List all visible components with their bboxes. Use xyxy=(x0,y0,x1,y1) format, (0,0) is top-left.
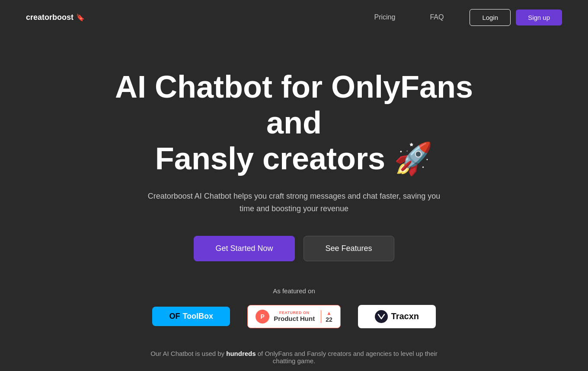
tracxn-icon xyxy=(375,310,388,323)
social-proof-highlight: hundreds xyxy=(226,350,256,357)
featured-label: As featured on xyxy=(273,287,315,295)
nav-right: Pricing FAQ Login Sign up xyxy=(374,9,562,26)
signup-button[interactable]: Sign up xyxy=(516,10,562,25)
product-hunt-count: ▲ 22 xyxy=(321,310,332,323)
product-hunt-logo: P FEATURED ON Product Hunt ▲ 22 xyxy=(247,305,341,328)
social-proof-text: Our AI Chatbot is used by hundreds of On… xyxy=(121,350,467,365)
of-toolbox-logo: OF ToolBox xyxy=(152,307,230,326)
logo-icon: 🔖 xyxy=(76,13,85,22)
nav-buttons: Login Sign up xyxy=(470,9,562,26)
get-started-button[interactable]: Get Started Now xyxy=(194,236,294,261)
tracxn-text: Tracxn xyxy=(391,311,419,321)
logo-text: creatorboost xyxy=(26,13,74,22)
product-hunt-number: 22 xyxy=(326,316,332,323)
see-features-button[interactable]: See Features xyxy=(304,236,394,261)
featured-logos: OF ToolBox P FEATURED ON Product Hunt ▲ … xyxy=(152,305,436,328)
tracxn-logo: Tracxn xyxy=(358,305,436,328)
nav-link-pricing[interactable]: Pricing xyxy=(374,13,396,21)
svg-point-0 xyxy=(375,310,388,323)
product-hunt-arrow: ▲ xyxy=(326,310,332,316)
login-button[interactable]: Login xyxy=(470,9,511,26)
hero-title: AI Chatbot for OnlyFans and Fansly creat… xyxy=(99,69,489,176)
nav-link-faq[interactable]: FAQ xyxy=(430,13,444,21)
of-toolbox-main-text: ToolBox xyxy=(182,312,213,321)
product-hunt-icon: P xyxy=(256,310,269,323)
product-hunt-name: Product Hunt xyxy=(274,315,315,322)
hero-section: AI Chatbot for OnlyFans and Fansly creat… xyxy=(0,35,588,371)
navbar: creatorboost 🔖 Pricing FAQ Login Sign up xyxy=(0,0,588,35)
social-proof-before: Our AI Chatbot is used by xyxy=(150,350,226,357)
hero-buttons: Get Started Now See Features xyxy=(194,236,394,261)
product-hunt-text-group: FEATURED ON Product Hunt xyxy=(274,311,315,322)
nav-links: Pricing FAQ xyxy=(374,13,444,21)
hero-subtitle: Creatorboost AI Chatbot helps you craft … xyxy=(143,190,445,215)
logo[interactable]: creatorboost 🔖 xyxy=(26,13,85,22)
featured-section: As featured on OF ToolBox P FEATURED ON … xyxy=(152,287,436,328)
of-toolbox-of-text: OF xyxy=(169,312,180,321)
social-proof-after: of OnlyFans and Fansly creators and agen… xyxy=(256,350,438,365)
product-hunt-featured-on: FEATURED ON xyxy=(274,311,315,315)
